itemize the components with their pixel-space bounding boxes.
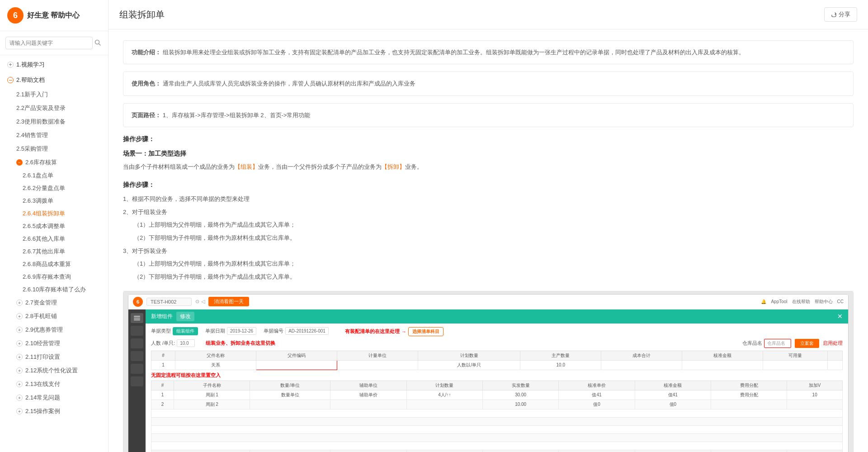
sim-nav-arrows: ⊙ ◁	[195, 299, 205, 305]
step-1: 1、根据不同的业务，选择不同单据的类型来处理	[123, 194, 854, 205]
sim-footer-cell	[711, 450, 787, 452]
share-button[interactable]: 分享	[824, 7, 857, 22]
sidebar-item-purchase[interactable]: 2.5采购管理	[0, 142, 108, 156]
sidebar-item-print-label: 2.11打印设置	[25, 353, 60, 361]
sim-parent-cell	[601, 360, 682, 370]
sim-close-btn[interactable]: ✕	[837, 313, 843, 320]
sim-parent-cell: 人数以/单只	[418, 360, 520, 370]
search-box	[0, 31, 108, 55]
role-text: 通常由生产人员或库管人员完成拆装业务的操作，库管人员确认原材料的出库和产成品的入…	[163, 80, 415, 87]
sidebar-item-newbie[interactable]: 2.1新手入门	[0, 88, 108, 101]
sidebar-item-print[interactable]: + 2.11打印设置	[0, 350, 108, 364]
svg-rect-2	[134, 316, 140, 317]
disassembly-step-2: （2）下部明细为子件明细，最终作为产成品生成其它入库单。	[134, 271, 854, 283]
sidebar-item-inventory[interactable]: − 2.6库存核算	[0, 156, 108, 169]
sidebar-item-payment[interactable]: + 2.13在线支付	[0, 377, 108, 391]
sim-footer-cell: 8.00	[406, 450, 482, 452]
sim-parent-row-1: 1 关系 人数以/单只 10.0	[151, 360, 843, 370]
sidebar-item-assembly[interactable]: 2.6.4组装拆卸单	[0, 207, 108, 220]
step-list: 1、根据不同的业务，选择不同单据的类型来处理 2、对于组装业务 （1）上部明细为…	[123, 194, 854, 283]
sim-child-th-6: 实发数量	[482, 381, 558, 390]
sim-warehouse-input[interactable]: 仓库品名	[764, 339, 791, 348]
sim-child-cell: 辅助单价	[330, 390, 406, 400]
sim-annotation1-text: 有装配清单的在这里处理	[345, 328, 400, 335]
sidebar-item-mobile[interactable]: + 2.8手机旺铺	[0, 309, 108, 323]
sidebar-item-capital[interactable]: + 2.7资金管理	[0, 296, 108, 309]
search-input[interactable]	[5, 37, 93, 49]
sidebar-item-costadj[interactable]: 2.6.5成本调整单	[0, 220, 108, 233]
sim-parent-cell: 10.0	[520, 360, 601, 370]
sidebar-item-data[interactable]: 2.3使用前数据准备	[0, 115, 108, 128]
sim-dialog-tabs: 新增组件 修改	[151, 312, 194, 321]
sim-parent-th-7: 成本合计	[601, 351, 682, 360]
sidebar-item-faq[interactable]: + 2.14常见问题	[0, 391, 108, 404]
sidebar-item-cases[interactable]: + 2.15操作案例	[0, 404, 108, 418]
sidebar-item-sales[interactable]: 2.4销售管理	[0, 128, 108, 142]
sidebar-item-install[interactable]: 2.2产品安装及登录	[0, 101, 108, 115]
sim-date-label: 单据日期	[205, 328, 225, 334]
sim-parent-th-9: 可用量	[763, 351, 828, 360]
sim-nav-btn[interactable]: 消消看图一天	[208, 297, 249, 306]
sim-footer-cell	[250, 450, 330, 452]
sim-child-cell: 值41	[635, 390, 711, 400]
sidebar-item-partial[interactable]: 2.6.2分量盘点单	[0, 182, 108, 195]
sidebar-item-ops[interactable]: + 2.10经营管理	[0, 337, 108, 350]
step-2: 2、对于组装业务	[123, 207, 854, 218]
sim-save-btn[interactable]: 立案套	[795, 339, 819, 348]
sim-footer-cell	[787, 450, 843, 452]
sidebar-item-wrongaccount[interactable]: 2.6.10库存账本错了么办	[0, 283, 108, 296]
sidebar-item-coupon[interactable]: + 2.9优惠券管理	[0, 323, 108, 337]
sim-tab-new: 新增组件	[151, 313, 173, 320]
sim-content: 新增组件 修改 ✕ 单据类型	[146, 309, 848, 452]
sidebar-item-goodscost[interactable]: 2.6.8商品成本重算	[0, 258, 108, 271]
sim-app-tool: AppTool	[771, 299, 787, 304]
svg-line-1	[99, 43, 101, 45]
sidebar-item-personal[interactable]: + 2.12系统个性化设置	[0, 364, 108, 377]
sim-child-th-9: 费用分配	[711, 381, 787, 390]
sim-parent-cell	[682, 360, 763, 370]
sim-child-cell: 周副 1	[174, 390, 250, 400]
sim-nav-icon-2	[131, 326, 143, 336]
sim-child-cell: 10.00	[482, 400, 558, 409]
path-label: 页面路径：	[132, 112, 161, 119]
sim-child-th-3: 数量/单位	[250, 381, 330, 390]
sim-no-field: 单据编号 AD-20191226-001	[264, 327, 329, 335]
sim-child-th-8: 核准金额	[635, 381, 711, 390]
sim-child-th-7: 核准单价	[559, 381, 635, 390]
page-title: 组装拆卸单	[119, 9, 165, 21]
scenario1-desc: 当由多个子件材料组装成一个成品的业务为【组装】业务，当由一个父件拆分成多个子产品…	[123, 162, 854, 173]
sim-parent-th-2: 父件名称	[175, 351, 256, 360]
sidebar-item-otherinbound[interactable]: 2.6.6其他入库单	[0, 233, 108, 245]
ops-expand-icon: +	[16, 340, 23, 347]
sim-child-cell	[711, 400, 787, 409]
sim-child-row-7	[151, 442, 843, 450]
sim-annotation5: 无固定流程可组按在这里置空入	[151, 372, 843, 379]
sim-parent-th-8: 核准金额	[682, 351, 763, 360]
screenshot-container: 6 TEST-H002 ⊙ ◁ 消消看图一天 🔔 AppTool 在线帮助 帮	[123, 291, 854, 452]
assembly-sub-list: （1）上部明细为父件明细，最终作为产成品生成其它入库单； （2）下部明细为子件明…	[134, 219, 854, 243]
sim-dialog-title: 新增组件 修改 ✕	[146, 309, 848, 324]
sidebar-item-stocktake[interactable]: 2.6.1盘点单	[0, 169, 108, 182]
sidebar-item-docs[interactable]: − 2.帮助文档	[0, 72, 108, 88]
sim-form-row1: 单据类型 组装组件 单据日期 2019-12-26 单据编号	[151, 327, 843, 336]
ops-heading: 操作步骤：	[123, 135, 854, 143]
sidebar-item-stockcheck[interactable]: 2.6.9库存账本查询	[0, 271, 108, 283]
sidebar-item-otheroutbound[interactable]: 2.6.7其他出库单	[0, 245, 108, 258]
sim-child-row-6	[151, 433, 843, 442]
path-text: 1、库存核算->库存管理->组装拆卸单 2、首页->常用功能	[163, 112, 311, 119]
sidebar-item-inventory-label: 2.6库存核算	[25, 158, 57, 167]
sim-date-field: 单据日期 2019-12-26	[205, 327, 256, 335]
search-button[interactable]	[93, 38, 103, 49]
sidebar-item-mobile-label: 2.8手机旺铺	[25, 312, 57, 320]
sim-child-cell: 值0	[635, 400, 711, 409]
sim-child-cell	[406, 400, 482, 409]
sidebar-item-video[interactable]: + 1.视频学习	[0, 57, 108, 72]
sim-child-row-5	[151, 425, 843, 433]
sim-nav-icon-1	[131, 313, 143, 323]
sim-parent-cell	[763, 360, 828, 370]
intro-text: 组装拆卸单用来处理企业组装或拆卸等加工业务，支持有固定装配清单的产品加工业务，也…	[163, 49, 745, 56]
svg-rect-3	[134, 318, 140, 319]
sidebar-item-adjust[interactable]: 2.6.3调拨单	[0, 195, 108, 207]
sim-clearlist-btn[interactable]: 选择清单科目	[408, 327, 443, 336]
payment-expand-icon: +	[16, 381, 23, 387]
